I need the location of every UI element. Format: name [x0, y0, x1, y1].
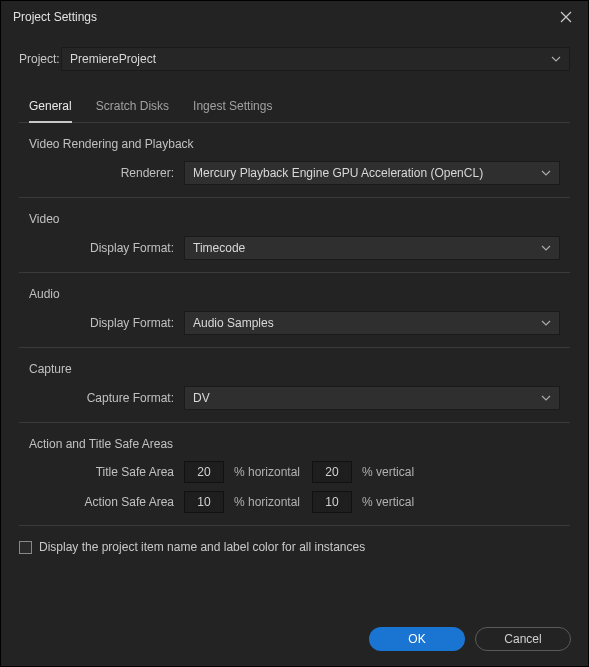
renderer-dropdown[interactable]: Mercury Playback Engine GPU Acceleration…: [184, 161, 560, 185]
checkbox-icon: [19, 541, 32, 554]
project-dropdown[interactable]: PremiereProject: [61, 47, 570, 71]
checkbox-label: Display the project item name and label …: [39, 540, 365, 554]
title-safe-v-input[interactable]: [312, 461, 352, 483]
renderer-label: Renderer:: [29, 166, 184, 180]
project-value: PremiereProject: [70, 52, 156, 66]
chevron-down-icon: [541, 245, 551, 251]
tab-ingest-settings[interactable]: Ingest Settings: [193, 91, 272, 122]
section-video-rendering: Video Rendering and Playback Renderer: M…: [19, 137, 570, 185]
section-safe-areas: Action and Title Safe Areas Title Safe A…: [19, 437, 570, 513]
footer-buttons: OK Cancel: [369, 627, 571, 651]
chevron-down-icon: [541, 320, 551, 326]
chevron-down-icon: [551, 56, 561, 62]
action-safe-v-input[interactable]: [312, 491, 352, 513]
section-title-audio: Audio: [29, 287, 560, 301]
divider: [19, 525, 570, 526]
section-title-video: Video: [29, 212, 560, 226]
section-title-rendering: Video Rendering and Playback: [29, 137, 560, 151]
capture-format-label: Capture Format:: [29, 391, 184, 405]
title-safe-h-input[interactable]: [184, 461, 224, 483]
section-video: Video Display Format: Timecode: [19, 212, 570, 260]
divider: [19, 422, 570, 423]
audio-display-format-label: Display Format:: [29, 316, 184, 330]
divider: [19, 272, 570, 273]
unit-horizontal: % horizontal: [234, 495, 300, 509]
unit-vertical: % vertical: [362, 495, 414, 509]
audio-display-format-dropdown[interactable]: Audio Samples: [184, 311, 560, 335]
cancel-button[interactable]: Cancel: [475, 627, 571, 651]
audio-display-format-value: Audio Samples: [193, 316, 274, 330]
title-safe-label: Title Safe Area: [29, 465, 184, 479]
chevron-down-icon: [541, 395, 551, 401]
tab-general[interactable]: General: [29, 91, 72, 123]
tabs: General Scratch Disks Ingest Settings: [19, 91, 570, 123]
unit-horizontal: % horizontal: [234, 465, 300, 479]
section-audio: Audio Display Format: Audio Samples: [19, 287, 570, 335]
section-title-safe-areas: Action and Title Safe Areas: [29, 437, 560, 451]
capture-format-dropdown[interactable]: DV: [184, 386, 560, 410]
close-button[interactable]: [554, 5, 578, 29]
tab-scratch-disks[interactable]: Scratch Disks: [96, 91, 169, 122]
project-label: Project:: [19, 52, 61, 66]
section-title-capture: Capture: [29, 362, 560, 376]
title-bar: Project Settings: [1, 1, 588, 33]
divider: [19, 197, 570, 198]
renderer-value: Mercury Playback Engine GPU Acceleration…: [193, 166, 483, 180]
unit-vertical: % vertical: [362, 465, 414, 479]
close-icon: [560, 11, 572, 23]
video-display-format-label: Display Format:: [29, 241, 184, 255]
display-item-name-checkbox-row[interactable]: Display the project item name and label …: [19, 540, 570, 554]
divider: [19, 347, 570, 348]
window-title: Project Settings: [13, 10, 97, 24]
chevron-down-icon: [541, 170, 551, 176]
action-safe-label: Action Safe Area: [29, 495, 184, 509]
section-capture: Capture Capture Format: DV: [19, 362, 570, 410]
action-safe-h-input[interactable]: [184, 491, 224, 513]
ok-button[interactable]: OK: [369, 627, 465, 651]
video-display-format-dropdown[interactable]: Timecode: [184, 236, 560, 260]
video-display-format-value: Timecode: [193, 241, 245, 255]
capture-format-value: DV: [193, 391, 210, 405]
